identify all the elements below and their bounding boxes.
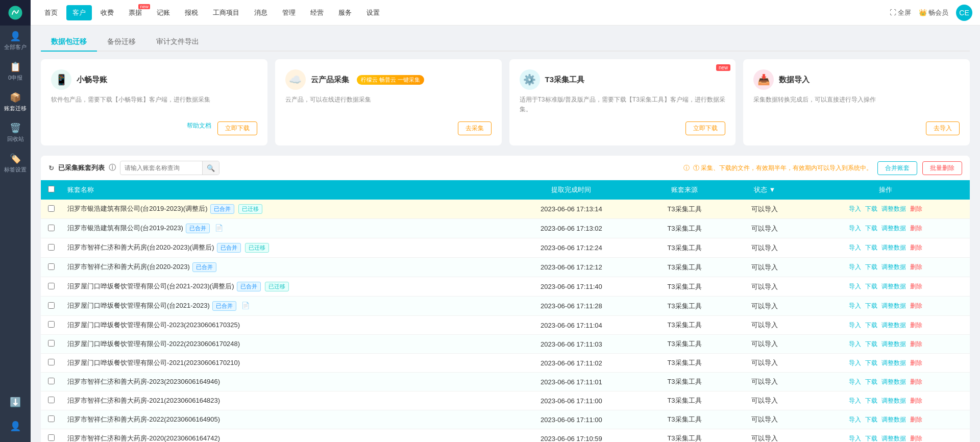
action-删除[interactable]: 删除: [910, 435, 922, 442]
action-下载[interactable]: 下载: [865, 283, 877, 290]
action-下载[interactable]: 下载: [865, 225, 877, 232]
action-导入[interactable]: 导入: [849, 244, 861, 251]
action-导入[interactable]: 导入: [849, 225, 861, 232]
action-删除[interactable]: 删除: [910, 302, 922, 309]
action-删除[interactable]: 删除: [910, 205, 922, 212]
fullscreen-btn[interactable]: ⛶ 全屏: [890, 8, 911, 17]
nav-manage[interactable]: 管理: [276, 5, 302, 20]
action-下载[interactable]: 下载: [865, 322, 877, 329]
tab-data-migration[interactable]: 数据包迁移: [41, 33, 97, 52]
nav-home[interactable]: 首页: [38, 5, 64, 20]
tab-backup-migration[interactable]: 备份迁移: [97, 33, 146, 52]
action-下载[interactable]: 下载: [865, 244, 877, 251]
action-调整数据[interactable]: 调整数据: [881, 416, 906, 423]
member-btn[interactable]: 👑 畅会员: [919, 8, 948, 17]
action-导入[interactable]: 导入: [849, 283, 861, 290]
action-调整数据[interactable]: 调整数据: [881, 397, 906, 404]
nav-service[interactable]: 服务: [332, 5, 358, 20]
action-调整数据[interactable]: 调整数据: [881, 435, 906, 442]
row-checkbox[interactable]: [48, 263, 55, 270]
action-调整数据[interactable]: 调整数据: [881, 378, 906, 385]
action-下载[interactable]: 下载: [865, 435, 877, 442]
nav-tax[interactable]: 报税: [179, 5, 204, 20]
sidebar-item-account-migration[interactable]: 📦 账套迁移: [0, 87, 31, 117]
action-导入[interactable]: 导入: [849, 378, 861, 385]
action-下载[interactable]: 下载: [865, 397, 877, 404]
nav-fee[interactable]: 收费: [94, 5, 120, 20]
action-下载[interactable]: 下载: [865, 340, 877, 348]
nav-business[interactable]: 工商项目: [207, 5, 246, 20]
nav-message[interactable]: 消息: [248, 5, 274, 20]
action-导入[interactable]: 导入: [849, 416, 861, 423]
action-调整数据[interactable]: 调整数据: [881, 359, 906, 366]
action-删除[interactable]: 删除: [910, 378, 922, 385]
sidebar-user[interactable]: 👤: [0, 415, 31, 437]
row-checkbox[interactable]: [48, 359, 55, 365]
download-t3-btn[interactable]: 立即下载: [685, 121, 725, 135]
nav-bookkeeping[interactable]: 记账: [151, 5, 176, 20]
action-删除[interactable]: 删除: [910, 283, 922, 290]
action-删除[interactable]: 删除: [910, 397, 922, 404]
action-调整数据[interactable]: 调整数据: [881, 322, 906, 329]
select-all-checkbox[interactable]: [48, 186, 55, 192]
action-导入[interactable]: 导入: [849, 205, 861, 212]
row-checkbox[interactable]: [48, 434, 55, 441]
action-下载[interactable]: 下载: [865, 263, 877, 271]
nav-settings[interactable]: 设置: [360, 5, 386, 20]
row-checkbox[interactable]: [48, 283, 55, 289]
row-checkbox[interactable]: [48, 415, 55, 422]
action-导入[interactable]: 导入: [849, 340, 861, 348]
go-import-btn[interactable]: 去导入: [926, 121, 960, 135]
search-button[interactable]: 🔍: [202, 161, 219, 175]
action-删除[interactable]: 删除: [910, 416, 922, 423]
action-删除[interactable]: 删除: [910, 359, 922, 366]
action-调整数据[interactable]: 调整数据: [881, 340, 906, 348]
sidebar-item-recycle-bin[interactable]: 🗑️ 回收站: [0, 117, 31, 148]
row-checkbox[interactable]: [48, 397, 55, 403]
nav-client[interactable]: 客户: [66, 5, 92, 20]
help-doc-link[interactable]: 帮助文档: [187, 121, 211, 135]
action-调整数据[interactable]: 调整数据: [881, 283, 906, 290]
batch-delete-btn[interactable]: 批量删除: [922, 161, 962, 175]
sidebar-item-zero-report[interactable]: 📋 0申报: [0, 56, 31, 87]
go-collect-btn[interactable]: 去采集: [458, 121, 492, 135]
action-下载[interactable]: 下载: [865, 302, 877, 309]
tab-audit-export[interactable]: 审计文件导出: [146, 33, 209, 52]
action-调整数据[interactable]: 调整数据: [881, 302, 906, 309]
sidebar-item-label-settings[interactable]: 🏷️ 标签设置: [0, 148, 31, 179]
refresh-icon[interactable]: ↻: [48, 164, 54, 172]
action-导入[interactable]: 导入: [849, 359, 861, 366]
action-删除[interactable]: 删除: [910, 340, 922, 348]
help-circle-icon[interactable]: ⓘ: [109, 163, 116, 173]
file-icon[interactable]: 📄: [241, 302, 250, 309]
action-导入[interactable]: 导入: [849, 322, 861, 329]
action-调整数据[interactable]: 调整数据: [881, 205, 906, 212]
action-下载[interactable]: 下载: [865, 205, 877, 212]
action-删除[interactable]: 删除: [910, 225, 922, 232]
merge-accounts-btn[interactable]: 合并账套: [877, 161, 917, 175]
row-checkbox[interactable]: [48, 205, 55, 212]
row-checkbox[interactable]: [48, 378, 55, 384]
action-下载[interactable]: 下载: [865, 416, 877, 423]
action-导入[interactable]: 导入: [849, 397, 861, 404]
row-checkbox[interactable]: [48, 244, 55, 251]
action-导入[interactable]: 导入: [849, 263, 861, 271]
file-icon[interactable]: 📄: [215, 224, 223, 232]
nav-operation[interactable]: 经营: [304, 5, 330, 20]
row-checkbox[interactable]: [48, 302, 55, 309]
action-调整数据[interactable]: 调整数据: [881, 263, 906, 271]
action-下载[interactable]: 下载: [865, 359, 877, 366]
action-删除[interactable]: 删除: [910, 263, 922, 271]
search-input[interactable]: [120, 164, 202, 171]
sidebar-download[interactable]: ⬇️: [0, 391, 31, 413]
action-调整数据[interactable]: 调整数据: [881, 244, 906, 251]
row-checkbox[interactable]: [48, 225, 55, 231]
sidebar-item-all-clients[interactable]: 👤 全部客户: [0, 26, 31, 56]
sidebar-logo[interactable]: [0, 0, 31, 26]
action-调整数据[interactable]: 调整数据: [881, 225, 906, 232]
nav-invoice[interactable]: 票据 new: [122, 5, 148, 20]
avatar[interactable]: CE: [956, 5, 972, 21]
download-now-btn[interactable]: 立即下载: [217, 121, 257, 135]
row-checkbox[interactable]: [48, 321, 55, 328]
action-下载[interactable]: 下载: [865, 378, 877, 385]
